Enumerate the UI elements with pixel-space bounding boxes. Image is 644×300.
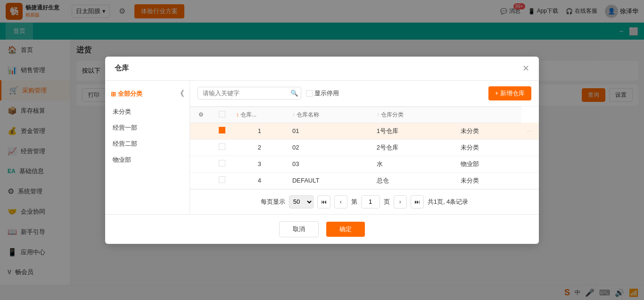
row-check-cell [213, 172, 231, 189]
search-box: 🔍 [198, 87, 301, 100]
row-cat-cell: 未分类 [456, 123, 521, 139]
table-header-row: ⚙ ↕ 仓库... ↕ 仓库名称 [190, 107, 539, 123]
row-num-cell: 2 [231, 139, 288, 156]
row-settings-cell [190, 156, 213, 172]
row-name-cell: 1号仓库 [372, 123, 456, 139]
category-item-unclassified[interactable]: 未分类 [105, 104, 190, 120]
row-code-cell: 03 [288, 156, 372, 172]
search-button[interactable]: 🔍 [287, 87, 301, 99]
page-size-select[interactable]: 50 10 20 100 [289, 195, 314, 208]
row-check-cell [213, 139, 231, 156]
category-header-label: 全部分类 [118, 90, 142, 98]
category-item-dept2[interactable]: 经营二部 [105, 136, 190, 152]
row-num-cell: 3 [231, 156, 288, 172]
modal-left-panel: ⊞ 全部分类 《 未分类 经营一部 经营二部 物业部 [105, 81, 190, 214]
row-more-cell [521, 139, 539, 156]
category-item-property[interactable]: 物业部 [105, 152, 190, 168]
modal-overlay[interactable]: 仓库 ✕ ⊞ 全部分类 《 未分类 经营一部 经营二部 物业部 [0, 0, 644, 300]
cancel-button[interactable]: 取消 [279, 221, 319, 237]
page-size-label: 每页显示 [261, 198, 285, 206]
row-cat-cell: 未分类 [456, 172, 521, 189]
modal-body: ⊞ 全部分类 《 未分类 经营一部 经营二部 物业部 🔍 [105, 81, 539, 214]
row-name-cell: 总仓 [372, 172, 456, 189]
sort-name-icon: ↕ [292, 111, 295, 118]
row-name-cell: 2号仓库 [372, 139, 456, 156]
total-info: 共1页, 4条记录 [428, 198, 469, 206]
row-settings-cell [190, 139, 213, 156]
sort-icon: ↕ [236, 111, 239, 118]
sort-cat-icon: ↕ [377, 111, 380, 118]
col-header-name: ↕ 仓库名称 [288, 107, 372, 123]
col-header-extra [456, 107, 521, 123]
confirm-button[interactable]: 确定 [326, 222, 365, 237]
col-header-category: ↕ 仓库分类 [372, 107, 456, 123]
warehouse-modal: 仓库 ✕ ⊞ 全部分类 《 未分类 经营一部 经营二部 物业部 [105, 57, 539, 244]
row-num-cell: 1 [231, 123, 288, 139]
table-row[interactable]: 2 02 2号仓库 未分类 [190, 139, 539, 156]
show-disabled-toggle[interactable]: 显示停用 [306, 89, 339, 98]
first-page-button[interactable]: ⏮ [317, 195, 330, 208]
row-cat-cell: 未分类 [456, 139, 521, 156]
row-name-cell: 水 [372, 156, 456, 172]
row-code-cell: DEFAULT [288, 172, 372, 189]
row-checkbox[interactable] [219, 160, 225, 167]
row-more-cell [521, 156, 539, 172]
page-unit: 页 [384, 198, 390, 206]
search-input[interactable] [198, 87, 287, 99]
modal-close-button[interactable]: ✕ [522, 63, 529, 74]
row-settings-cell [190, 172, 213, 189]
collapse-icon[interactable]: 《 [176, 89, 184, 99]
modal-title: 仓库 [115, 64, 129, 73]
row-more-cell: ··· [521, 123, 539, 139]
row-checkbox[interactable] [219, 143, 225, 150]
category-header: ⊞ 全部分类 《 [105, 86, 190, 104]
table-row[interactable]: 1 01 1号仓库 未分类 ··· [190, 123, 539, 139]
category-item-dept1[interactable]: 经营一部 [105, 120, 190, 136]
warehouse-table-wrap: ⚙ ↕ 仓库... ↕ 仓库名称 [190, 107, 539, 189]
table-row[interactable]: 4 DEFAULT 总仓 未分类 [190, 172, 539, 189]
grid-icon: ⊞ [111, 91, 116, 98]
warehouse-table: ⚙ ↕ 仓库... ↕ 仓库名称 [190, 107, 539, 189]
show-disabled-checkbox[interactable] [306, 90, 313, 97]
modal-header: 仓库 ✕ [105, 57, 539, 81]
table-row[interactable]: 3 03 水 物业部 [190, 156, 539, 172]
modal-toolbar: 🔍 显示停用 + 新增仓库 [190, 81, 539, 107]
row-checkbox[interactable] [219, 176, 225, 183]
page-number-input[interactable] [361, 195, 380, 208]
select-all-checkbox[interactable] [219, 111, 225, 117]
row-more-cell [521, 172, 539, 189]
show-disabled-label: 显示停用 [314, 89, 339, 98]
modal-footer: 取消 确定 [105, 214, 539, 244]
next-page-button[interactable]: › [394, 195, 407, 208]
row-num-cell: 4 [231, 172, 288, 189]
row-settings-cell [190, 123, 213, 139]
page-label: 第 [351, 198, 357, 206]
pagination: 每页显示 50 10 20 100 ⏮ ‹ 第 页 › ⏭ 共1页, 4条记录 [190, 189, 539, 214]
row-code-cell: 01 [288, 123, 372, 139]
row-cat-cell: 物业部 [456, 156, 521, 172]
add-warehouse-button[interactable]: + 新增仓库 [488, 86, 531, 100]
col-header-code: ↕ 仓库... [231, 107, 288, 123]
row-check-cell [213, 123, 231, 139]
row-code-cell: 02 [288, 139, 372, 156]
last-page-button[interactable]: ⏭ [411, 195, 424, 208]
prev-page-button[interactable]: ‹ [334, 195, 347, 208]
modal-right-panel: 🔍 显示停用 + 新增仓库 ⚙ [190, 81, 539, 214]
col-header-settings: ⚙ [190, 107, 213, 123]
col-header-checkbox [213, 107, 231, 123]
row-checkbox[interactable] [219, 127, 225, 133]
row-check-cell [213, 156, 231, 172]
